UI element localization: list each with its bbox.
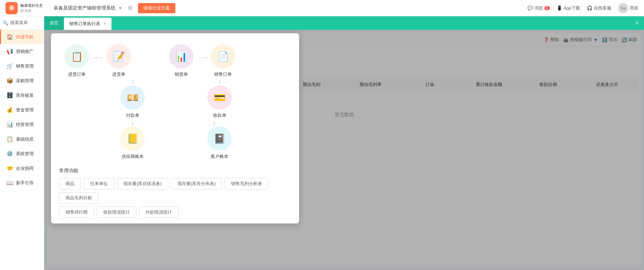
system-dropdown-icon[interactable]: ▼	[118, 6, 122, 11]
system-name: 装备及固定资产辅助管理系统	[54, 5, 116, 11]
customer-ledger-label: 客户账本	[211, 154, 228, 160]
app-download-button[interactable]: 📱 App下载	[557, 5, 580, 11]
sidebar-label-sales: 销售管理	[16, 63, 34, 69]
message-icon: 💬	[527, 5, 533, 11]
page-content: ❓ 帮助 🖨️ 按模板打印 ▼ ⬆️ 导出 �	[44, 30, 644, 270]
user-area[interactable]: Ea 用友	[618, 3, 639, 13]
func-btn-goods-profit[interactable]: 商品毛利分析	[59, 192, 99, 204]
top-right-area: 💬 消息 6 📱 App下载 🎧 在线客服 Ea 用友	[527, 3, 639, 13]
tab-sales-order[interactable]: 销售订单执行表 ×	[64, 18, 111, 30]
quick-nav-icon: 🏠	[6, 34, 13, 40]
sidebar-label-system: 系统管理	[16, 151, 34, 157]
settings-icon[interactable]: ⚙	[128, 5, 133, 11]
user-name: 用友	[630, 5, 639, 11]
func-btn-partners[interactable]: 往来单位	[84, 178, 114, 190]
search-icon: 🔍	[3, 20, 8, 25]
sales-bill-node[interactable]: 📊 销货单	[169, 44, 193, 77]
supplier-ledger-icon: 📒	[120, 126, 145, 151]
sidebar-item-operations[interactable]: 📊 经营管理	[0, 117, 44, 132]
supplier-ledger-node[interactable]: 📒 供应商账本	[120, 126, 145, 160]
flow-arrows-down2: ↓ ↓	[65, 119, 285, 126]
common-functions: 常用功能 商品 往来单位 现存量(库存状况表) 现存量(库存分布表) 销售毛利分…	[59, 168, 291, 218]
purchase-icon: 📦	[6, 77, 13, 84]
content-area: 首页 销售订单执行表 × × ❓ 帮助	[44, 16, 644, 270]
func-btn-stock-status[interactable]: 现存量(库存状况表)	[117, 178, 168, 190]
service-icon: 🎧	[587, 5, 592, 11]
sales-order-icon: 📄	[211, 44, 235, 69]
sidebar-item-marketing[interactable]: 📢 营销推广	[0, 44, 44, 59]
sidebar-label-inventory: 库存核算	[16, 92, 34, 98]
online-service-button[interactable]: 🎧 在线客服	[587, 5, 611, 11]
func-btn-profit-analysis[interactable]: 销售毛利分析表	[225, 178, 268, 190]
sidebar-label-purchase: 采购管理	[16, 78, 34, 84]
main-area: 🔍 搜索菜单 🏠 快捷导航 📢 营销推广 🛒 销售管理 📦 采购管理 🗄️	[0, 16, 644, 270]
sidebar-item-purchase[interactable]: 📦 采购管理	[0, 73, 44, 88]
func-btn-payment-stat[interactable]: 付款情况统计	[139, 206, 178, 218]
message-badge: 6	[544, 6, 550, 10]
logo-icon: ⑥	[5, 2, 18, 14]
func-btn-sales-rank[interactable]: 销售排行榜	[59, 206, 94, 218]
search-menu[interactable]: 🔍 搜索菜单	[0, 16, 44, 30]
arrow-purchase: - - -→	[93, 54, 102, 61]
sidebar-label-beginner: 新手引导	[16, 180, 34, 186]
func-btn-stock-dist[interactable]: 现存量(库存分布表)	[171, 178, 222, 190]
arrow-sales: ←- - -	[197, 54, 207, 61]
payment-bill-icon: 💴	[120, 85, 145, 110]
sidebar-label-basic-info: 基础信息	[16, 136, 34, 142]
flow-row3: 📒 供应商账本 📓 客户账本	[65, 126, 285, 160]
system-title: 装备及固定资产辅助管理系统 ▼ ⚙	[54, 5, 133, 11]
func-btn-goods[interactable]: 商品	[59, 178, 81, 190]
sales-order-node[interactable]: 📄 销售订单	[211, 44, 235, 77]
message-button[interactable]: 💬 消息 6	[527, 5, 550, 11]
app-download-label: App下载	[563, 5, 580, 11]
purchase-order-label: 进货订单	[68, 71, 86, 77]
system-icon: ⚙️	[6, 150, 13, 157]
customer-ledger-icon: 📓	[207, 126, 232, 151]
avatar: Ea	[618, 3, 628, 13]
sidebar-item-collab[interactable]: 🤝 企业协同	[0, 161, 44, 176]
receipt-bill-icon: 💳	[207, 85, 232, 110]
sidebar-item-system[interactable]: ⚙️ 系统管理	[0, 146, 44, 161]
purchase-bill-icon: 📝	[106, 44, 131, 69]
sidebar-item-sales[interactable]: 🛒 销售管理	[0, 59, 44, 73]
purchase-order-node[interactable]: 📋 进货订单	[65, 44, 89, 77]
basic-info-icon: 📋	[6, 136, 13, 142]
logo-area: ⑥ 畅康通好生意 标准版	[5, 2, 50, 14]
finance-icon: 💰	[6, 107, 13, 113]
trial-button[interactable]: 体验行业方案	[138, 3, 175, 13]
close-all-button[interactable]: ×	[630, 20, 644, 26]
sales-flow: 📊 销货单 ←- - - 📄 销售订单	[169, 44, 235, 77]
tab-home-label: 首页	[50, 20, 58, 26]
sidebar-item-basic-info[interactable]: 📋 基础信息	[0, 132, 44, 146]
receipt-bill-node[interactable]: 💳 收款单	[207, 85, 232, 119]
app-wrapper: ⑥ 畅康通好生意 标准版 装备及固定资产辅助管理系统 ▼ ⚙ 体验行业方案 💬 …	[0, 0, 644, 270]
func-btn-receipt-stat[interactable]: 收款情况统计	[97, 206, 136, 218]
scroll-area: ◀ ▶	[59, 222, 291, 223]
avatar-text: Ea	[621, 6, 625, 10]
payment-bill-label: 付款单	[126, 112, 139, 119]
logo-line1: 畅康通好生意	[20, 3, 43, 8]
sidebar-item-beginner[interactable]: 📖 新手引导	[0, 176, 44, 190]
logo-text: 畅康通好生意 标准版	[20, 3, 43, 13]
purchase-bill-node[interactable]: 📝 进货单	[106, 44, 131, 77]
sidebar-item-inventory[interactable]: 🗄️ 库存核算	[0, 88, 44, 103]
sidebar-item-quick-nav[interactable]: 🏠 快捷导航	[0, 30, 44, 44]
sidebar-item-finance[interactable]: 💰 资金管理	[0, 103, 44, 117]
down-arrow-receipt: ↓	[202, 119, 226, 126]
flow-arrows-down: ↓ ↓	[65, 77, 285, 85]
flow-row2: 💴 付款单 💳 收款单	[65, 85, 285, 119]
modal-overlay: 📋 进货订单 - - -→ 📝 进货单	[44, 30, 644, 270]
down-arrow-payment: ↓	[120, 119, 145, 126]
sidebar-label-collab: 企业协同	[16, 165, 34, 172]
flow-row1: 📋 进货订单 - - -→ 📝 进货单	[65, 44, 285, 77]
customer-ledger-node[interactable]: 📓 客户账本	[207, 126, 232, 160]
common-title: 常用功能	[59, 168, 291, 174]
func-btn-row1: 商品 往来单位 现存量(库存状况表) 现存量(库存分布表) 销售毛利分析表 商品…	[59, 178, 291, 204]
tab-sales-label: 销售订单执行表	[69, 21, 100, 27]
tab-home[interactable]: 首页	[44, 16, 64, 30]
search-label: 搜索菜单	[10, 20, 28, 26]
tab-close-icon[interactable]: ×	[104, 21, 106, 26]
sidebar-label-marketing: 营销推广	[16, 49, 34, 55]
payment-bill-node[interactable]: 💴 付款单	[120, 85, 145, 119]
sidebar-label-finance: 资金管理	[16, 107, 34, 113]
